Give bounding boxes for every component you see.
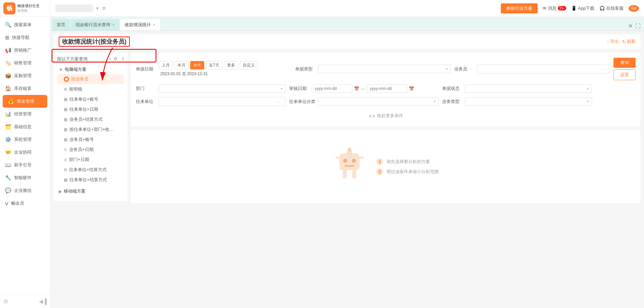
trial-button[interactable]: 体验行业方案 [501,3,538,13]
docstatus-label: 单据状态 [442,86,462,92]
scheme-item-label: 按明细 [69,86,82,92]
scheme-item-unit-dept[interactable]: ▦ 按往来单位+部门+收... [57,124,124,135]
user-avatar[interactable]: Rit [629,5,639,12]
content-area: 按以下方案查询 + ⚙ 《 ▼ 电脑端方案 [54,53,641,203]
header-left: ▾ ⚙ [55,4,106,12]
date-btn-this-year[interactable]: 本年 [190,61,204,69]
partner-select[interactable]: ··· [159,97,286,106]
scheme-item-salesman-account[interactable]: ▦ 业务员+账号 [57,135,124,145]
sidebar-collapse-icon[interactable]: ◀▐ [39,298,47,305]
scheme-item-unit-date[interactable]: ▦ 往来单位+日期 [57,104,124,114]
refresh-button[interactable]: ↻ 刷新 [622,39,636,45]
scheme-item-label: 往来单位+日期 [69,106,98,112]
tab-close-bank-flow[interactable]: × [112,22,115,27]
partner-category-select[interactable]: ▾ [318,97,439,106]
date-btn-more[interactable]: 更多 [224,61,238,69]
sidebar-item-hardware[interactable]: 🔧 智能硬件 [0,171,50,184]
scheme-item-unit-account[interactable]: ▦ 往来单位+账号 [57,94,124,104]
date-btn-custom[interactable]: 自定义 [240,61,258,69]
review-date-label: 审核日期 [289,86,309,92]
app-download-action[interactable]: 📱 App下载 [571,5,594,11]
collapse-more-conditions[interactable]: ∧∧ 收起更多条件 [136,110,636,121]
scheme-item-dept-date[interactable]: ⊙ 部门+日期 [57,155,124,165]
sidebar-item-base[interactable]: 🗂️ 基础信息 [0,120,50,133]
tab-bar-actions: ✕ ⛶ [628,23,644,31]
scheme-item-unit-settle2[interactable]: ▦ 往来单位+结算方式 [57,175,124,185]
collapse-label: 收起更多条件 [377,113,403,119]
scheme-group-mobile-title[interactable]: ▶ 移动端方案 [57,187,124,196]
calendar-icon-to[interactable]: 📅 [409,86,414,91]
sidebar-item-label: 经营管理 [14,111,32,117]
scheme-add-button[interactable]: + [109,56,111,62]
scheme-item-salesman-settle[interactable]: ▦ 业务员+结算方式 [57,114,124,124]
service-icon: 🎧 [599,6,605,11]
sidebar-item-member[interactable]: V 畅会员 [0,197,50,210]
docstatus-select[interactable]: ▾ [465,85,592,93]
settings-button[interactable]: 设置 [613,69,636,80]
header-dropdown-icon[interactable]: ▾ [96,6,99,11]
svg-rect-9 [352,170,356,178]
tab-collection[interactable]: 收款情况统计 × [120,19,160,31]
header-gear-icon[interactable]: ⚙ [102,6,106,11]
sidebar: 畅 畅捷通好生意 标准版 🔍 搜索菜单 ⊞ 快捷导航 📢 营销推广 🏷️ 销售管… [0,0,50,308]
scheme-item-by-detail[interactable]: ⊞ 按明细 [57,84,124,94]
doctype-select[interactable]: ▾ [318,65,451,73]
avatar-text: Rit [629,5,639,12]
sidebar-item-purchase[interactable]: 📦 采购管理 [0,69,50,82]
item-table-icon: ▦ [64,97,67,102]
date-btn-this-month[interactable]: 本月 [174,61,189,69]
finance-icon: 💰 [8,98,14,104]
fullscreen-icon[interactable]: ⛶ [635,23,641,29]
scheme-item-unit-settle1[interactable]: ⊞ 往来单位+结算方式 [57,165,124,175]
item-clock-icon: ⊙ [64,147,67,152]
sidebar-item-inventory[interactable]: 🏠 库存核算 [0,82,50,95]
export-button[interactable]: ↑ 导出 [607,39,619,45]
sidebar-item-quick-nav[interactable]: ⊞ 快捷导航 [0,31,50,44]
sidebar-item-operations[interactable]: 📊 经营管理 [0,108,50,120]
sidebar-item-guide[interactable]: 📖 新手引导 [0,159,50,171]
sidebar-item-system[interactable]: ⚙️ 系统管理 [0,133,50,146]
sidebar-item-search-menu[interactable]: 🔍 搜索菜单 [0,18,50,31]
scheme-group-desktop-title[interactable]: ▼ 电脑端方案 [57,65,124,74]
sidebar-item-wechat[interactable]: 💬 企业微信 [0,184,50,197]
query-button[interactable]: 查询 [613,58,636,68]
scheme-collapse-button[interactable]: 《 [120,56,124,62]
message-action[interactable]: ✉ 消息 99+ [543,5,566,11]
sidebar-item-enterprise[interactable]: 🤝 企业协同 [0,146,50,159]
sidebar-item-label: 库存核算 [14,86,32,92]
tab-bank-flow[interactable]: 现金银行流水查询 × [71,19,119,31]
sidebar-item-label: 采购管理 [14,73,32,79]
review-date-to[interactable] [367,84,407,93]
dept-select[interactable]: ▾ [159,85,286,93]
search-menu-icon: 🔍 [5,22,11,28]
scheme-settings-button[interactable]: ⚙ [113,56,118,62]
sidebar-item-sales[interactable]: 🏷️ 销售管理 [0,57,50,69]
quick-nav-icon: ⊞ [5,35,9,41]
sidebar-item-marketing[interactable]: 📢 营销推广 [0,44,50,57]
logo-name: 畅捷通好生意 [17,3,40,8]
online-service-action[interactable]: 🎧 在线客服 [599,5,624,11]
sidebar-settings-icon[interactable]: ⚙ [3,298,8,305]
tab-close-collection[interactable]: × [153,22,155,27]
date-btn-last-7days[interactable]: 近7天 [206,61,222,69]
scheme-panel-header: 按以下方案查询 + ⚙ 《 [57,56,124,62]
export-icon: ↑ [607,39,609,44]
scheme-item-label: 往来单位+结算方式 [69,167,107,173]
scheme-item-salesman-date[interactable]: ⊙ 业务员+日期 [57,145,124,155]
calendar-icon-from[interactable]: 📅 [354,86,359,91]
close-all-tabs-icon[interactable]: ✕ [628,23,633,29]
svg-point-5 [348,148,351,151]
biztype-select[interactable]: ▾ [465,97,592,106]
review-date-from[interactable] [312,84,352,93]
scheme-item-by-salesman[interactable]: 按业务员 [57,74,124,84]
sidebar-item-finance[interactable]: 💰 资金管理 [3,95,47,108]
date-btn-last-month[interactable]: 上月 [159,61,173,69]
partner-more-icon[interactable]: ··· [278,99,281,104]
salesman-more-icon[interactable]: ··· [603,66,607,72]
doctype-label: 单据类型 [295,66,315,72]
partner-category-chevron: ▾ [434,99,436,104]
salesman-select[interactable]: ··· [477,64,610,74]
scheme-group-desktop: ▼ 电脑端方案 按业务员 ⊞ 按明细 ▦ [57,65,124,185]
tab-home[interactable]: 首页 [52,19,70,31]
collapse-up-icon: ∧∧ [369,113,375,118]
